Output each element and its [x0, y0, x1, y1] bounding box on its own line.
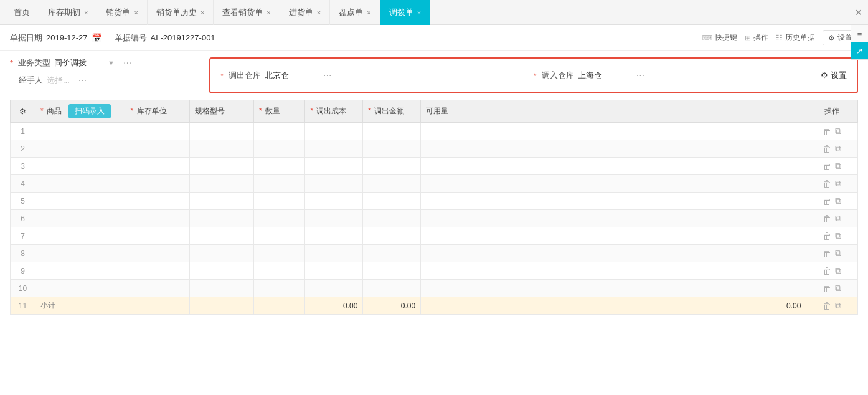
- unit-cell-7[interactable]: [125, 227, 189, 245]
- copy-row-1-icon[interactable]: ⧉: [835, 126, 841, 136]
- qty-cell-9[interactable]: [253, 262, 305, 280]
- close-inventory-check[interactable]: ×: [367, 9, 370, 16]
- unit-cell-2[interactable]: [125, 140, 189, 158]
- calendar-icon[interactable]: 📅: [92, 33, 102, 43]
- handler-select[interactable]: 选择...: [47, 75, 70, 86]
- close-view-sales[interactable]: ×: [267, 9, 270, 16]
- product-cell-3[interactable]: [35, 158, 125, 175]
- shortcuts-btn[interactable]: ⌨ 快捷键: [702, 32, 737, 43]
- spec-cell-6[interactable]: [189, 210, 253, 227]
- tab-view-sales[interactable]: 查看销货单 ×: [214, 0, 280, 25]
- tab-home[interactable]: 首页: [5, 0, 39, 25]
- product-cell-5[interactable]: [35, 193, 125, 210]
- source-warehouse-more-icon[interactable]: ···: [323, 70, 331, 81]
- unit-cell-4[interactable]: [125, 175, 189, 193]
- product-cell-9[interactable]: [35, 262, 125, 280]
- unit-cell-6[interactable]: [125, 210, 189, 227]
- product-cell-4[interactable]: [35, 175, 125, 193]
- delete-row-6-icon[interactable]: 🗑: [823, 214, 831, 224]
- delete-row-1-icon[interactable]: 🗑: [823, 126, 831, 136]
- available-cell-5[interactable]: [421, 193, 806, 210]
- available-cell-6[interactable]: [421, 210, 806, 227]
- copy-row-2-icon[interactable]: ⧉: [835, 143, 841, 154]
- close-sales-history[interactable]: ×: [200, 9, 204, 16]
- delete-row-5-icon[interactable]: 🗑: [823, 196, 831, 206]
- close-purchase-order[interactable]: ×: [317, 9, 321, 16]
- amount-cell-2[interactable]: [363, 140, 421, 158]
- business-type-dropdown-icon[interactable]: ▼: [108, 59, 115, 67]
- cost-cell-7[interactable]: [305, 227, 363, 245]
- source-warehouse-value[interactable]: 北京仓: [265, 70, 314, 81]
- spec-cell-1[interactable]: [189, 123, 253, 140]
- unit-cell-8[interactable]: [125, 245, 189, 262]
- spec-cell-7[interactable]: [189, 227, 253, 245]
- delete-row-4-icon[interactable]: 🗑: [823, 179, 831, 189]
- close-sales-order[interactable]: ×: [134, 9, 138, 16]
- cost-cell-5[interactable]: [305, 193, 363, 210]
- close-inventory-init[interactable]: ×: [84, 9, 88, 16]
- available-cell-9[interactable]: [421, 262, 806, 280]
- sidebar-list-icon[interactable]: ≡: [851, 25, 869, 42]
- qty-cell-4[interactable]: [253, 175, 305, 193]
- amount-cell-8[interactable]: [363, 245, 421, 262]
- qty-cell-6[interactable]: [253, 210, 305, 227]
- qty-cell-10[interactable]: [253, 280, 305, 297]
- date-value[interactable]: 2019-12-27: [46, 33, 88, 42]
- unit-cell-10[interactable]: [125, 280, 189, 297]
- gear-icon[interactable]: ⚙: [19, 107, 26, 116]
- spec-cell-3[interactable]: [189, 158, 253, 175]
- cost-cell-3[interactable]: [305, 158, 363, 175]
- unit-cell-1[interactable]: [125, 123, 189, 140]
- product-cell-1[interactable]: [35, 123, 125, 140]
- cost-cell-9[interactable]: [305, 262, 363, 280]
- tab-inventory-init[interactable]: 库存期初 ×: [39, 0, 97, 25]
- unit-cell-3[interactable]: [125, 158, 189, 175]
- business-type-value[interactable]: 同价调拨: [54, 57, 104, 69]
- available-cell-3[interactable]: [421, 158, 806, 175]
- cost-cell-6[interactable]: [305, 210, 363, 227]
- history-btn[interactable]: ☷ 历史单据: [776, 32, 815, 43]
- spec-cell-4[interactable]: [189, 175, 253, 193]
- product-cell-2[interactable]: [35, 140, 125, 158]
- amount-cell-1[interactable]: [363, 123, 421, 140]
- spec-cell-2[interactable]: [189, 140, 253, 158]
- tab-purchase-order[interactable]: 进货单 ×: [280, 0, 330, 25]
- qty-cell-2[interactable]: [253, 140, 305, 158]
- product-cell-7[interactable]: [35, 227, 125, 245]
- qty-cell-1[interactable]: [253, 123, 305, 140]
- target-warehouse-value[interactable]: 上海仓: [578, 70, 628, 81]
- qty-cell-3[interactable]: [253, 158, 305, 175]
- delete-row-8-icon[interactable]: 🗑: [823, 249, 831, 259]
- amount-cell-5[interactable]: [363, 193, 421, 210]
- copy-row-3-icon[interactable]: ⧉: [835, 161, 841, 171]
- available-cell-1[interactable]: [421, 123, 806, 140]
- unit-cell-9[interactable]: [125, 262, 189, 280]
- amount-cell-6[interactable]: [363, 210, 421, 227]
- unit-cell-5[interactable]: [125, 193, 189, 210]
- close-transfer[interactable]: ×: [417, 9, 421, 16]
- amount-cell-7[interactable]: [363, 227, 421, 245]
- delete-row-2-icon[interactable]: 🗑: [823, 144, 831, 154]
- cost-cell-8[interactable]: [305, 245, 363, 262]
- spec-cell-9[interactable]: [189, 262, 253, 280]
- tab-sales-history[interactable]: 销货单历史 ×: [148, 0, 214, 25]
- operations-btn[interactable]: ⊞ 操作: [745, 32, 768, 43]
- available-cell-4[interactable]: [421, 175, 806, 193]
- available-cell-8[interactable]: [421, 245, 806, 262]
- handler-more-icon[interactable]: ···: [78, 75, 87, 86]
- copy-row-9-icon[interactable]: ⧉: [835, 265, 841, 276]
- spec-cell-10[interactable]: [189, 280, 253, 297]
- qty-cell-8[interactable]: [253, 245, 305, 262]
- amount-cell-3[interactable]: [363, 158, 421, 175]
- close-window-icon[interactable]: ×: [855, 6, 862, 19]
- delete-subtotal-icon[interactable]: 🗑: [823, 301, 831, 311]
- delete-row-9-icon[interactable]: 🗑: [823, 266, 831, 276]
- table-scroll-area[interactable]: ⚙ * 商品 扫码录入 * 库存单位 规格型号: [10, 100, 858, 315]
- product-cell-8[interactable]: [35, 245, 125, 262]
- copy-row-6-icon[interactable]: ⧉: [835, 213, 841, 224]
- spec-cell-5[interactable]: [189, 193, 253, 210]
- delete-row-3-icon[interactable]: 🗑: [823, 161, 831, 171]
- tab-inventory-check[interactable]: 盘点单 ×: [330, 0, 380, 25]
- copy-row-7-icon[interactable]: ⧉: [835, 231, 841, 241]
- warehouse-settings-button[interactable]: ⚙ 设置: [821, 70, 847, 81]
